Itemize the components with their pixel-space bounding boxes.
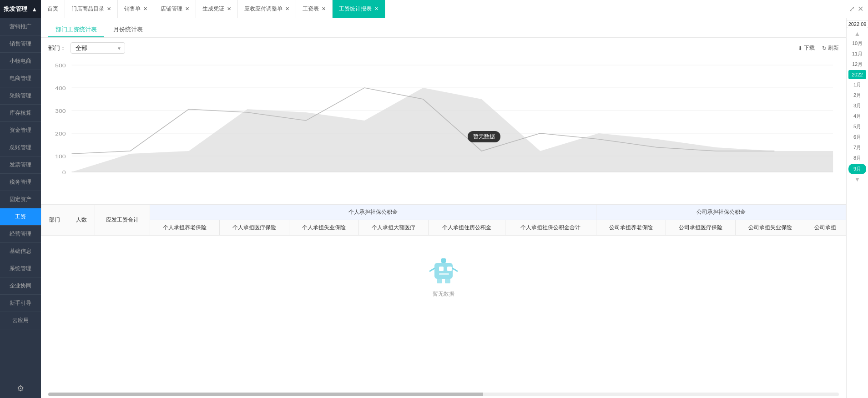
tab-close-icon[interactable]: ✕ bbox=[227, 6, 231, 12]
tab-工资统计报表[interactable]: 工资统计报表✕ bbox=[333, 0, 385, 18]
timeline-item-9月[interactable]: 9月 bbox=[848, 164, 866, 174]
toolbar-left: 部门： 全部 bbox=[48, 42, 125, 54]
svg-text:300: 300 bbox=[55, 108, 66, 114]
sidebar-item-固定资产[interactable]: 固定资产 bbox=[0, 191, 41, 208]
tab-close-icon[interactable]: ✕ bbox=[374, 6, 378, 12]
tab-close-icon[interactable]: ✕ bbox=[285, 6, 289, 12]
sidebar-item-新手引导[interactable]: 新手引导 bbox=[0, 295, 41, 312]
download-button[interactable]: ⬇ 下载 bbox=[798, 44, 815, 52]
table-area[interactable]: 部门 人数 应发工资合计 个人承担社保公积金 公司承担社保公积金 个人承担养老保… bbox=[41, 204, 846, 391]
svg-text:0: 0 bbox=[62, 170, 66, 175]
sidebar-item-基础信息[interactable]: 基础信息 bbox=[0, 243, 41, 260]
sidebar-header: 批发管理 ▲ bbox=[0, 0, 41, 18]
tab-close-icon[interactable]: ✕ bbox=[143, 6, 147, 12]
tab-门店商品目录[interactable]: 门店商品目录✕ bbox=[65, 0, 118, 18]
timeline-item-1月[interactable]: 1月 bbox=[847, 80, 868, 90]
col-group-company: 公司承担社保公积金 bbox=[596, 205, 846, 220]
refresh-button[interactable]: ↻ 刷新 bbox=[822, 44, 839, 52]
sidebar-item-系统管理[interactable]: 系统管理 bbox=[0, 260, 41, 277]
dept-select[interactable]: 全部 bbox=[71, 42, 125, 54]
timeline-up-icon[interactable]: ▲ bbox=[853, 29, 862, 38]
timeline-item-2022[interactable]: 2022 bbox=[848, 70, 866, 79]
timeline-items: 10月11月12月20221月2月3月4月5月6月7月8月9月 bbox=[847, 38, 868, 175]
horizontal-scrollbar[interactable] bbox=[48, 393, 839, 396]
close-window-icon[interactable]: ✕ bbox=[858, 5, 863, 13]
tab-close-icon[interactable]: ✕ bbox=[322, 6, 326, 12]
content-area: 部门工资统计表 月份统计表 部门： 全部 ⬇ 下载 ↻ 刷新 bbox=[41, 18, 868, 398]
timeline-item-5月[interactable]: 5月 bbox=[847, 121, 868, 132]
col-count: 人数 bbox=[68, 205, 95, 236]
tab-工资表[interactable]: 工资表✕ bbox=[296, 0, 333, 18]
dept-label: 部门： bbox=[48, 44, 66, 52]
data-table: 部门 人数 应发工资合计 个人承担社保公积金 公司承担社保公积金 个人承担养老保… bbox=[41, 204, 846, 316]
sidebar-nav: 营销推广销售管理小畅电商电商管理采购管理库存核算资金管理总账管理发票管理税务管理… bbox=[0, 18, 41, 329]
tab-生成凭证[interactable]: 生成凭证✕ bbox=[196, 0, 238, 18]
timeline-item-7月[interactable]: 7月 bbox=[847, 142, 868, 153]
dept-select-wrapper[interactable]: 全部 bbox=[71, 42, 125, 54]
svg-text:400: 400 bbox=[55, 86, 66, 91]
svg-rect-15 bbox=[447, 267, 452, 271]
sidebar-title: 批发管理 bbox=[4, 5, 27, 13]
chart-area: 500 400 300 200 100 0 bbox=[41, 58, 846, 204]
sidebar-collapse-icon[interactable]: ▲ bbox=[31, 6, 37, 13]
timeline-item-8月[interactable]: 8月 bbox=[847, 153, 868, 163]
timeline-item-11月[interactable]: 11月 bbox=[847, 49, 868, 59]
timeline-item-4月[interactable]: 4月 bbox=[847, 111, 868, 121]
sidebar-item-云应用[interactable]: 云应用 bbox=[0, 312, 41, 329]
tab-应收应付调整单[interactable]: 应收应付调整单✕ bbox=[238, 0, 296, 18]
sidebar-item-小畅电商[interactable]: 小畅电商 bbox=[0, 53, 41, 70]
sidebar-item-销售管理[interactable]: 销售管理 bbox=[0, 35, 41, 53]
tab-销售单[interactable]: 销售单✕ bbox=[118, 0, 154, 18]
sidebar-item-经营管理[interactable]: 经营管理 bbox=[0, 226, 41, 243]
tab-close-icon[interactable]: ✕ bbox=[107, 6, 111, 12]
svg-rect-14 bbox=[439, 267, 444, 271]
tabs-container: 首页门店商品目录✕销售单✕店铺管理✕生成凭证✕应收应付调整单✕工资表✕工资统计报… bbox=[41, 0, 385, 18]
svg-text:100: 100 bbox=[55, 154, 66, 159]
timeline-item-12月[interactable]: 12月 bbox=[847, 59, 868, 70]
tab-bar: 首页门店商品目录✕销售单✕店铺管理✕生成凭证✕应收应付调整单✕工资表✕工资统计报… bbox=[41, 0, 868, 18]
col-group-personal: 个人承担社保公积金 bbox=[150, 205, 596, 220]
toolbar: 部门： 全部 ⬇ 下载 ↻ 刷新 bbox=[41, 38, 846, 58]
timeline-item-6月[interactable]: 6月 bbox=[847, 132, 868, 142]
tab-month-stats[interactable]: 月份统计表 bbox=[106, 23, 150, 37]
restore-window-icon[interactable]: ⤢ bbox=[849, 5, 855, 13]
sidebar-item-营销推广[interactable]: 营销推广 bbox=[0, 18, 41, 35]
timeline-item-2月[interactable]: 2月 bbox=[847, 90, 868, 101]
sidebar-item-电商管理[interactable]: 电商管理 bbox=[0, 70, 41, 87]
line-chart: 500 400 300 200 100 0 bbox=[48, 58, 839, 181]
svg-rect-16 bbox=[439, 273, 449, 275]
svg-text:500: 500 bbox=[55, 63, 66, 68]
sidebar-item-采购管理[interactable]: 采购管理 bbox=[0, 87, 41, 105]
sidebar-item-发票管理[interactable]: 发票管理 bbox=[0, 156, 41, 174]
inner-content: 部门工资统计表 月份统计表 部门： 全部 ⬇ 下载 ↻ 刷新 bbox=[41, 18, 846, 398]
no-data-robot-icon bbox=[425, 254, 462, 286]
sidebar-item-资金管理[interactable]: 资金管理 bbox=[0, 122, 41, 139]
tab-close-icon[interactable]: ✕ bbox=[185, 6, 189, 12]
tab-dept-stats[interactable]: 部门工资统计表 bbox=[48, 23, 104, 37]
sidebar-settings-icon[interactable]: ⚙ bbox=[0, 379, 41, 398]
timeline-year-badge[interactable]: 2022.09 bbox=[846, 20, 868, 28]
sidebar-item-总账管理[interactable]: 总账管理 bbox=[0, 139, 41, 156]
sub-tab-bar: 部门工资统计表 月份统计表 bbox=[41, 18, 846, 38]
svg-rect-22 bbox=[445, 279, 450, 283]
sidebar-item-企业协同[interactable]: 企业协同 bbox=[0, 277, 41, 295]
no-data-area: 暂无数据 bbox=[41, 236, 846, 316]
timeline-item-3月[interactable]: 3月 bbox=[847, 101, 868, 111]
timeline-panel: 2022.09 ▲ 10月11月12月20221月2月3月4月5月6月7月8月9… bbox=[846, 18, 868, 398]
svg-marker-12 bbox=[71, 88, 833, 172]
main-area: 首页门店商品目录✕销售单✕店铺管理✕生成凭证✕应收应付调整单✕工资表✕工资统计报… bbox=[41, 0, 868, 398]
sidebar: 批发管理 ▲ 营销推广销售管理小畅电商电商管理采购管理库存核算资金管理总账管理发… bbox=[0, 0, 41, 398]
tab-店铺管理[interactable]: 店铺管理✕ bbox=[154, 0, 196, 18]
timeline-item-10月[interactable]: 10月 bbox=[847, 38, 868, 49]
svg-rect-21 bbox=[437, 279, 442, 283]
sidebar-item-工资[interactable]: 工资 bbox=[0, 208, 41, 226]
toolbar-right: ⬇ 下载 ↻ 刷新 bbox=[798, 44, 839, 52]
table-row: 暂无数据 bbox=[41, 236, 846, 317]
svg-line-20 bbox=[453, 268, 457, 271]
timeline-down-icon[interactable]: ▼ bbox=[853, 175, 862, 184]
sidebar-item-税务管理[interactable]: 税务管理 bbox=[0, 174, 41, 191]
tab-首页[interactable]: 首页 bbox=[41, 0, 65, 18]
sub-col-row: 个人承担养老保险 个人承担医疗保险 个人承担失业保险 个人承担大额医疗 个人承担… bbox=[41, 220, 846, 236]
col-dept: 部门 bbox=[41, 205, 68, 236]
sidebar-item-库存核算[interactable]: 库存核算 bbox=[0, 105, 41, 122]
